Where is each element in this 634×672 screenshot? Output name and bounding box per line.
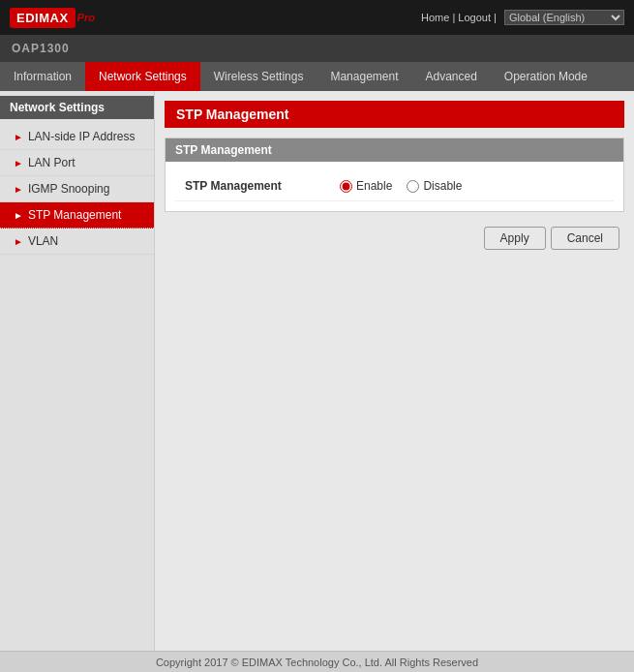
disable-label: Disable: [423, 179, 462, 193]
sidebar-item-lan-port[interactable]: ► LAN Port: [0, 150, 154, 176]
enable-radio-label[interactable]: Enable: [340, 179, 392, 193]
enable-label: Enable: [356, 179, 392, 193]
enable-radio[interactable]: [340, 180, 352, 193]
logo: EDIMAX Pro: [10, 8, 95, 28]
header-links: Home | Logout | Global (English) Chinese…: [421, 10, 624, 25]
nav-item-management[interactable]: Management: [317, 62, 411, 91]
stp-panel: STP Management STP Management Enable Dis…: [165, 137, 624, 212]
language-select[interactable]: Global (English) Chinese (Traditional) C…: [504, 10, 624, 25]
stp-setting-row: STP Management Enable Disable: [175, 171, 614, 201]
nav-item-information[interactable]: Information: [0, 62, 85, 91]
device-bar: OAP1300: [0, 35, 634, 62]
sidebar-item-vlan[interactable]: ► VLAN: [0, 229, 154, 255]
arrow-icon: ►: [14, 158, 23, 168]
logo-edimax: EDIMAX: [10, 8, 75, 28]
footer-text: Copyright 2017 © EDIMAX Technology Co., …: [156, 657, 478, 668]
sidebar-item-lan-side-ip[interactable]: ► LAN-side IP Address: [0, 124, 154, 150]
disable-radio-label[interactable]: Disable: [407, 179, 462, 193]
nav-item-operation-mode[interactable]: Operation Mode: [491, 62, 601, 91]
nav-item-network-settings[interactable]: Network Settings: [85, 62, 200, 91]
disable-radio[interactable]: [407, 180, 419, 193]
cancel-button[interactable]: Cancel: [551, 227, 619, 250]
home-link[interactable]: Home: [421, 12, 449, 23]
sidebar-title: Network Settings: [0, 96, 154, 119]
separator2: |: [494, 12, 499, 23]
sidebar-item-stp-management[interactable]: ► STP Management: [0, 202, 154, 229]
main-content: STP Management STP Management STP Manage…: [155, 91, 634, 651]
sidebar: Network Settings ► LAN-side IP Address ►…: [0, 91, 155, 651]
page-title: STP Management: [165, 101, 624, 128]
arrow-icon: ►: [14, 210, 23, 221]
footer: Copyright 2017 © EDIMAX Technology Co., …: [0, 651, 634, 672]
main-nav: Information Network Settings Wireless Se…: [0, 62, 634, 91]
stp-controls: Enable Disable: [340, 179, 462, 193]
arrow-icon: ►: [14, 184, 23, 195]
panel-header: STP Management: [166, 138, 623, 162]
panel-body: STP Management Enable Disable: [166, 162, 623, 211]
apply-button[interactable]: Apply: [484, 227, 546, 250]
sidebar-item-igmp-snooping[interactable]: ► IGMP Snooping: [0, 176, 154, 202]
nav-item-advanced[interactable]: Advanced: [411, 62, 490, 91]
stp-setting-label: STP Management: [185, 179, 340, 193]
logo-pro: Pro: [77, 12, 95, 23]
page-layout: Network Settings ► LAN-side IP Address ►…: [0, 91, 634, 651]
arrow-icon: ►: [14, 132, 23, 142]
nav-item-wireless-settings[interactable]: Wireless Settings: [200, 62, 317, 91]
device-name: OAP1300: [12, 42, 70, 55]
header: EDIMAX Pro Home | Logout | Global (Engli…: [0, 0, 634, 35]
logout-link[interactable]: Logout: [458, 12, 491, 23]
action-buttons: Apply Cancel: [165, 227, 624, 250]
arrow-icon: ►: [14, 236, 23, 247]
